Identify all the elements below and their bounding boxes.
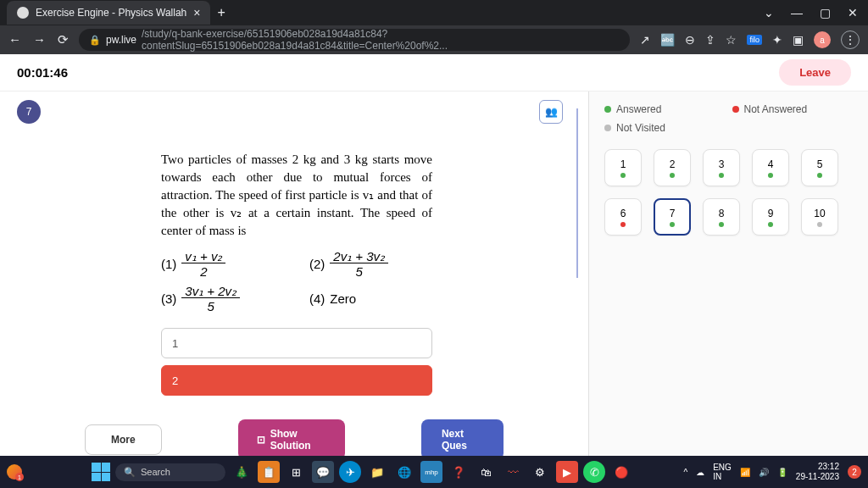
answer-choice-2[interactable]: 2 bbox=[161, 365, 432, 396]
leave-button[interactable]: Leave bbox=[779, 59, 851, 86]
question-nav-10[interactable]: 10 bbox=[801, 198, 838, 236]
help-icon[interactable]: ❓ bbox=[448, 461, 470, 483]
telegram-icon[interactable]: ✈ bbox=[339, 461, 361, 483]
extensions-icon[interactable]: ✦ bbox=[772, 33, 782, 47]
option-4[interactable]: (4) Zero bbox=[309, 285, 449, 313]
question-panel: 7 👥 Two particles of masses 2 kg and 3 k… bbox=[0, 92, 588, 456]
option-3[interactable]: (3) 3v₁ + 2v₂5 bbox=[161, 285, 301, 313]
app-icon[interactable]: 📋 bbox=[258, 461, 280, 483]
store-icon[interactable]: 🛍 bbox=[475, 461, 497, 483]
page-content: 00:01:46 Leave 7 👥 Two particles of mass… bbox=[0, 54, 868, 456]
notification-badge[interactable]: 2 bbox=[848, 465, 861, 479]
forward-icon[interactable]: → bbox=[33, 32, 46, 47]
question-grid: 12345678910 bbox=[604, 149, 853, 236]
url-field[interactable]: 🔒 pw.live /study/q-bank-exercise/6515190… bbox=[79, 29, 630, 51]
wifi-icon[interactable]: 📶 bbox=[740, 468, 750, 477]
profile-avatar[interactable]: a bbox=[814, 31, 831, 48]
divider bbox=[576, 108, 578, 278]
option-2[interactable]: (2) 2v₁ + 3v₂5 bbox=[309, 250, 449, 278]
screen-icon: ⊡ bbox=[257, 434, 265, 446]
youtube-icon[interactable]: ▶ bbox=[556, 461, 578, 483]
star-icon[interactable]: ☆ bbox=[726, 33, 737, 47]
taskbar-apps: 🎄 📋 ⊞ 💬 ✈ 📁 🌐 mhp ❓ 🛍 〰 ⚙ ▶ ✆ 🔴 bbox=[231, 461, 632, 483]
edge-icon[interactable]: 🌐 bbox=[393, 461, 415, 483]
question-nav-6[interactable]: 6 bbox=[604, 198, 642, 236]
taskbar-search[interactable]: 🔍 Search bbox=[115, 463, 225, 481]
question-number-badge: 7 bbox=[17, 100, 41, 124]
battery-icon[interactable]: 🔋 bbox=[777, 468, 787, 477]
filo-extension[interactable]: filo bbox=[747, 35, 762, 45]
minimize-icon[interactable]: — bbox=[791, 6, 803, 19]
share-icon[interactable]: ⇪ bbox=[705, 33, 715, 47]
question-text: Two particles of masses 2 kg and 3 kg st… bbox=[161, 151, 432, 240]
url-domain: pw.live bbox=[106, 34, 136, 46]
chevron-up-icon[interactable]: ^ bbox=[683, 468, 687, 477]
open-external-icon[interactable]: ↗ bbox=[640, 33, 650, 47]
close-icon[interactable]: × bbox=[193, 6, 200, 19]
question-nav-8[interactable]: 8 bbox=[703, 198, 740, 236]
question-nav-7[interactable]: 7 bbox=[654, 198, 691, 236]
language-indicator[interactable]: ENG IN bbox=[713, 463, 732, 481]
option-1[interactable]: (1) v₁ + v₂2 bbox=[161, 250, 301, 278]
answer-choice-1[interactable]: 1 bbox=[161, 328, 432, 358]
browser-tab[interactable]: Exercise Engine - Physics Wallah × bbox=[7, 1, 210, 25]
not-answered-dot bbox=[732, 106, 739, 113]
options-grid: (1) v₁ + v₂2 (2) 2v₁ + 3v₂5 (3) 3v₁ + 2v… bbox=[161, 250, 449, 313]
explorer-icon[interactable]: 📁 bbox=[366, 461, 388, 483]
question-palette: Answered Not Answered Not Visited 123456… bbox=[588, 92, 868, 456]
whatsapp-icon[interactable]: ✆ bbox=[583, 461, 605, 483]
question-nav-2[interactable]: 2 bbox=[654, 149, 691, 186]
close-window-icon[interactable]: ✕ bbox=[848, 6, 858, 19]
url-path: /study/q-bank-exercise/65151906eb028a19d… bbox=[142, 28, 620, 52]
quiz-header: 00:01:46 Leave bbox=[0, 54, 868, 92]
reload-icon[interactable]: ⟳ bbox=[58, 32, 69, 47]
question-nav-3[interactable]: 3 bbox=[703, 149, 740, 186]
chevron-down-icon[interactable]: ⌄ bbox=[764, 6, 774, 19]
app-icon[interactable]: 〰 bbox=[502, 461, 524, 483]
settings-icon[interactable]: ⚙ bbox=[529, 461, 551, 483]
show-solution-button[interactable]: ⊡ Show Solution bbox=[238, 419, 345, 460]
panel-icon[interactable]: ▣ bbox=[793, 33, 804, 47]
question-nav-5[interactable]: 5 bbox=[801, 149, 838, 186]
translate-icon[interactable]: 🔤 bbox=[660, 33, 675, 47]
zoom-out-icon[interactable]: ⊖ bbox=[685, 33, 695, 47]
next-question-button[interactable]: Next Ques bbox=[421, 419, 504, 460]
system-tray: ^ ☁ ENG IN 📶 🔊 🔋 23:12 29-11-2023 2 bbox=[683, 462, 861, 482]
start-button[interactable] bbox=[92, 463, 110, 481]
action-buttons: More ⊡ Show Solution Next Ques bbox=[0, 419, 588, 460]
back-icon[interactable]: ← bbox=[8, 32, 21, 47]
widgets-icon[interactable]: 1 bbox=[7, 464, 22, 480]
tab-favicon bbox=[17, 7, 29, 19]
windows-taskbar: 1 🔍 Search 🎄 📋 ⊞ 💬 ✈ 📁 🌐 mhp ❓ 🛍 〰 ⚙ ▶ ✆… bbox=[0, 456, 868, 488]
chrome-icon[interactable]: 🔴 bbox=[610, 461, 632, 483]
question-nav-4[interactable]: 4 bbox=[752, 149, 789, 186]
more-button[interactable]: More bbox=[85, 424, 162, 455]
report-button[interactable]: 👥 bbox=[539, 100, 563, 124]
app-icon[interactable]: 💬 bbox=[312, 461, 334, 483]
question-nav-9[interactable]: 9 bbox=[752, 198, 789, 236]
volume-icon[interactable]: 🔊 bbox=[759, 468, 769, 477]
window-controls: ⌄ — ▢ ✕ bbox=[764, 6, 868, 19]
question-nav-1[interactable]: 1 bbox=[604, 149, 642, 186]
tab-title: Exercise Engine - Physics Wallah bbox=[36, 7, 186, 19]
search-icon: 🔍 bbox=[124, 467, 136, 478]
app-icon[interactable]: 🎄 bbox=[231, 461, 253, 483]
not-visited-dot bbox=[604, 125, 611, 131]
new-tab-button[interactable]: + bbox=[217, 5, 225, 20]
app-icon[interactable]: mhp bbox=[420, 461, 442, 483]
address-bar: ← → ⟳ 🔒 pw.live /study/q-bank-exercise/6… bbox=[0, 25, 868, 54]
maximize-icon[interactable]: ▢ bbox=[820, 6, 831, 19]
task-view-icon[interactable]: ⊞ bbox=[285, 461, 307, 483]
clock[interactable]: 23:12 29-11-2023 bbox=[796, 462, 839, 482]
lock-icon: 🔒 bbox=[89, 35, 101, 46]
answered-dot bbox=[604, 106, 611, 113]
timer: 00:01:46 bbox=[17, 65, 68, 80]
browser-titlebar: Exercise Engine - Physics Wallah × + ⌄ —… bbox=[0, 0, 868, 25]
cloud-icon[interactable]: ☁ bbox=[696, 468, 704, 477]
menu-icon[interactable]: ⋮ bbox=[841, 30, 860, 49]
